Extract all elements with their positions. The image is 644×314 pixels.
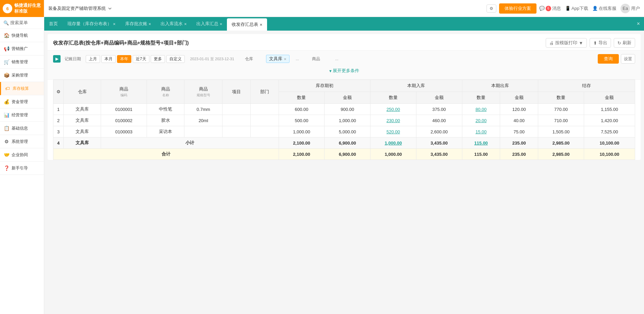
page-title: 收发存汇总表(按仓库+商品编码+商品+规格型号+项目+部门) bbox=[53, 40, 189, 46]
row1-name: 中性笔 bbox=[147, 104, 184, 115]
filter-date-this-month[interactable]: 本月 bbox=[101, 55, 116, 63]
row2-opening-qty: 500.00 bbox=[279, 115, 325, 126]
tab-recv-send-close[interactable]: × bbox=[260, 22, 262, 27]
inventory-icon: 🏷 bbox=[4, 85, 11, 92]
online-service-action[interactable]: 👤 在线客服 bbox=[592, 5, 616, 12]
refresh-label: 刷新 bbox=[623, 40, 631, 46]
row3-in-qty[interactable]: 520.00 bbox=[370, 126, 416, 137]
row2-in-qty[interactable]: 230.00 bbox=[370, 115, 416, 126]
sidebar-item-label-operations: 经营管理 bbox=[12, 112, 28, 118]
tab-batch-close[interactable]: × bbox=[149, 22, 151, 26]
print-label: 按模版打印 bbox=[555, 40, 577, 46]
service-icon: 👤 bbox=[592, 6, 598, 11]
tab-inout-summary[interactable]: 出入库汇总 × bbox=[192, 17, 227, 31]
sidebar-item-corp[interactable]: 🤝 企业协同 bbox=[0, 148, 44, 162]
row3-out-qty[interactable]: 15.00 bbox=[462, 126, 500, 137]
online-service-label: 在线客服 bbox=[599, 5, 616, 12]
filter-date-7days[interactable]: 近7天 bbox=[133, 55, 149, 63]
subtotal-out-amt: 235.00 bbox=[500, 137, 538, 149]
row1-in-qty[interactable]: 250.00 bbox=[370, 104, 416, 115]
filter-toggle-btn[interactable]: ▶ bbox=[53, 55, 61, 63]
refresh-icon: ↻ bbox=[617, 40, 621, 46]
th-in-group: 本期入库 bbox=[370, 80, 462, 92]
query-button[interactable]: 查询 bbox=[598, 54, 619, 64]
tab-inout-summary-close[interactable]: × bbox=[220, 22, 222, 26]
tab-recv-send[interactable]: 收发存汇总表 × bbox=[227, 18, 267, 31]
export-btn[interactable]: ⬆ 导出 bbox=[590, 38, 611, 48]
subtotal-in-qty[interactable]: 1,000.00 bbox=[370, 137, 416, 149]
message-badge: 6 bbox=[546, 6, 551, 11]
print-btn[interactable]: 🖨 按模版打印 ▼ bbox=[546, 38, 587, 48]
refresh-btn[interactable]: ↻ 刷新 bbox=[614, 38, 635, 48]
warehouse-more-btn[interactable]: ... bbox=[294, 56, 301, 62]
filter-date-this-year[interactable]: 本年 bbox=[117, 55, 131, 63]
sidebar-item-finance[interactable]: 💰 资金管理 bbox=[0, 95, 44, 109]
page-header-actions: 🖨 按模版打印 ▼ ⬆ 导出 ↻ 刷新 bbox=[546, 38, 635, 48]
subtotal-out-qty[interactable]: 115.00 bbox=[462, 137, 500, 149]
date-filter-label: 记账日期 bbox=[65, 56, 82, 62]
total-in-qty: 1,000.00 bbox=[370, 149, 416, 160]
sidebar-item-base[interactable]: 📋 基础信息 bbox=[0, 122, 44, 135]
subtotal-close-qty: 2,985.00 bbox=[538, 137, 584, 149]
logo-icon: 6 bbox=[3, 4, 12, 13]
sales-icon: 🛒 bbox=[3, 59, 10, 65]
th-warehouse: 仓库 bbox=[64, 80, 101, 104]
expand-more-label: 展开更多条件 bbox=[333, 68, 359, 74]
experience-btn[interactable]: 体验行业方案 bbox=[499, 3, 536, 14]
topbar-actions: 💬 6 消息 📱 App下载 👤 在线客服 Ea 用户 bbox=[539, 4, 640, 13]
filter-date-custom[interactable]: 自定义 bbox=[166, 55, 185, 63]
app-download-action[interactable]: 📱 App下载 bbox=[565, 5, 588, 12]
sidebar-item-sales[interactable]: 🛒 销售管理 bbox=[0, 55, 44, 69]
row1-spec: 0.7mm bbox=[184, 104, 222, 115]
tab-recv-send-label: 收发存汇总表 bbox=[232, 21, 258, 28]
tab-stock-dist[interactable]: 现存量（库存分布表） × bbox=[63, 17, 120, 31]
sidebar-item-operations[interactable]: 📊 经营管理 bbox=[0, 109, 44, 122]
sidebar-item-label-finance: 资金管理 bbox=[12, 99, 28, 105]
tab-home[interactable]: 首页 bbox=[44, 17, 63, 31]
goods-more-btn[interactable]: ... bbox=[333, 56, 341, 62]
filter-date-last-month[interactable]: 上月 bbox=[86, 55, 100, 63]
settings-button[interactable]: 设置 bbox=[621, 54, 635, 64]
tab-stock-dist-close[interactable]: × bbox=[113, 22, 116, 26]
tab-close-all[interactable]: × bbox=[633, 21, 644, 27]
row2-out-qty[interactable]: 20.00 bbox=[462, 115, 500, 126]
filter-row-1: ▶ 记账日期 上月 本月 本年 近7天 更多 自定义 2023-01-01 至 … bbox=[53, 54, 635, 64]
row3-opening-amt: 5,000.00 bbox=[325, 126, 370, 137]
th-goods-name: 商品名称 bbox=[147, 80, 184, 104]
th-opening-group: 库存期初 bbox=[279, 80, 370, 92]
avatar: Ea bbox=[621, 4, 630, 13]
sidebar-item-marketing[interactable]: 📢 营销推广 bbox=[0, 42, 44, 55]
tab-inout-flow-close[interactable]: × bbox=[184, 22, 187, 26]
th-out-group: 本期出库 bbox=[462, 80, 538, 92]
sidebar-item-label-inventory: 库存核算 bbox=[13, 86, 29, 92]
row3-project bbox=[222, 126, 251, 137]
home-icon: 🏠 bbox=[3, 32, 10, 38]
message-action[interactable]: 💬 6 消息 bbox=[539, 5, 561, 12]
search-menu-item[interactable]: 🔍 搜索菜单 bbox=[0, 17, 44, 29]
sidebar-item-system[interactable]: ⚙ 系统管理 bbox=[0, 135, 44, 148]
sidebar-item-guide[interactable]: ❓ 新手引导 bbox=[0, 162, 44, 175]
tab-inout-flow[interactable]: 出入库流水 × bbox=[156, 17, 192, 31]
print-dropdown-icon: ▼ bbox=[579, 40, 583, 46]
user-label: 用户 bbox=[631, 5, 640, 12]
topbar-settings-button[interactable]: ⚙ bbox=[486, 4, 496, 13]
guide-icon: ❓ bbox=[3, 165, 10, 171]
tab-batch[interactable]: 库存批次账 × bbox=[120, 17, 156, 31]
sidebar-item-inventory[interactable]: 🏷 库存核算 bbox=[0, 82, 44, 95]
data-table: ⚙ 仓库 商品编码 商品名称 商品规格型号 项目 部门 库存期初 本期入库 本期… bbox=[53, 80, 635, 160]
user-action[interactable]: Ea 用户 bbox=[621, 4, 640, 13]
warehouse-tag-close[interactable]: × bbox=[284, 56, 286, 62]
filter-date-more[interactable]: 更多 bbox=[151, 55, 165, 63]
search-menu-label: 搜索菜单 bbox=[10, 20, 28, 26]
main-area: 装备及固定资产辅助管理系统 ⚙ 体验行业方案 💬 6 消息 📱 App下载 👤 … bbox=[44, 0, 644, 314]
sidebar-item-label-system: 系统管理 bbox=[12, 139, 28, 145]
settings-cog-icon[interactable]: ⚙ bbox=[56, 89, 61, 94]
row1-close-amt: 1,155.00 bbox=[584, 104, 635, 115]
row1-out-qty[interactable]: 80.00 bbox=[462, 104, 500, 115]
expand-more-btn[interactable]: ▾ 展开更多条件 bbox=[329, 66, 359, 76]
total-close-qty: 2,985.00 bbox=[538, 149, 584, 160]
sidebar-item-purchase[interactable]: 📦 采购管理 bbox=[0, 69, 44, 82]
sidebar-item-quick-nav[interactable]: 🏠 快捷导航 bbox=[0, 29, 44, 42]
total-footer-row: 合计 2,100.00 6,900.00 1,000.00 3,435.00 1… bbox=[53, 149, 635, 160]
tab-bar: 首页 现存量（库存分布表） × 库存批次账 × 出入库流水 × 出入库汇总 × … bbox=[44, 17, 644, 31]
